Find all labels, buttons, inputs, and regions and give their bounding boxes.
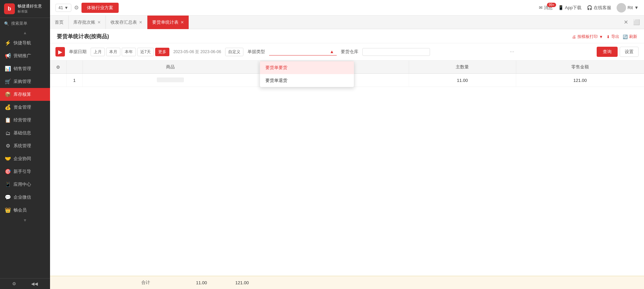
print-icon: 🖨 [572, 35, 576, 39]
sidebar-item-label: 资金管理 [14, 104, 31, 110]
user-menu[interactable]: Rit ▼ [617, 3, 639, 13]
type-dropdown: 要货单要货 要货单退货 [260, 61, 354, 87]
date-btn-7days[interactable]: 近7天 [137, 48, 154, 56]
sidebar-item-label: 系统管理 [14, 143, 31, 149]
page-header: 要货单统计表(按商品) 🖨 按模板打印 ▼ ⬇ 导出 🔄 刷新 [50, 29, 644, 43]
date-custom-btn[interactable]: 自定义 [225, 48, 243, 56]
warehouse-select-box[interactable] [362, 48, 430, 56]
company-value: 41 [58, 5, 63, 10]
avatar [617, 3, 626, 13]
th-product: 商品 [82, 61, 258, 74]
sidebar-item-app-center[interactable]: 📱 应用中心 [0, 178, 50, 191]
export-btn[interactable]: ⬇ 导出 [606, 34, 619, 40]
sidebar-item-purchase[interactable]: 🛒 采购管理 [0, 75, 50, 88]
app-center-icon: 📱 [5, 181, 11, 187]
footer-quantity: 11.00 [181, 280, 222, 285]
warehouse-value [365, 49, 395, 54]
dropdown-item-requisition-return[interactable]: 要货单退货 [260, 74, 354, 87]
sidebar-item-guide[interactable]: 🎯 新手引导 [0, 165, 50, 178]
refresh-btn[interactable]: 🔄 刷新 [623, 34, 637, 40]
date-btn-last-month[interactable]: 上月 [91, 48, 105, 56]
type-chevron-up-icon: ▲ [330, 49, 334, 54]
product-placeholder [157, 77, 184, 82]
cell-quantity: 11.00 [409, 74, 516, 87]
date-btn-this-year[interactable]: 本年 [122, 48, 136, 56]
settings-btn[interactable]: ⚙ [12, 281, 16, 286]
sidebar-item-member[interactable]: 👑 畅会员 [0, 204, 50, 217]
topbar: 41 ▼ ⚙ 体验行业方案 ✉ 消息 99+ 📱 App下载 🎧 在线客服 R [50, 0, 644, 16]
date-btn-this-month[interactable]: 本月 [106, 48, 120, 56]
collapse-btn[interactable]: ◀◀ [31, 281, 38, 286]
sidebar-bottom: ⚙ ◀◀ [0, 278, 50, 289]
filter-expand-btn[interactable]: ▶ [55, 47, 65, 57]
sidebar-scroll-down[interactable]: ▼ [0, 217, 50, 224]
type-select-box[interactable]: ▲ [269, 48, 337, 55]
filter-more-btn[interactable]: ··· [510, 49, 514, 55]
collapse-icon: ◀◀ [31, 281, 38, 286]
trial-btn[interactable]: 体验行业方案 [81, 3, 119, 13]
tab-home[interactable]: 首页 [50, 16, 69, 29]
table-footer: 合计 11.00 121.00 [50, 276, 644, 289]
tabs-restore-btn[interactable]: ⬜ [632, 18, 641, 27]
sidebar-item-finance[interactable]: 💰 资金管理 [0, 101, 50, 114]
print-btn[interactable]: 🖨 按模板打印 ▼ [572, 34, 603, 40]
sidebar-item-enterprise[interactable]: 🤝 企业协同 [0, 152, 50, 165]
messages-btn[interactable]: ✉ 消息 99+ [539, 5, 553, 11]
sidebar-scroll-up[interactable]: ▲ [0, 29, 50, 37]
table-container: ⚙ 商品 主计量单位 主数量 零售金额 1 [50, 61, 644, 276]
tab-close-icon[interactable]: ✕ [97, 20, 101, 25]
query-btn[interactable]: 查询 [597, 47, 618, 57]
settings-icon: ⚙ [12, 281, 16, 286]
tab-close-icon[interactable]: ✕ [139, 20, 142, 25]
sidebar-item-quick-nav[interactable]: ⚡ 快捷导航 [0, 37, 50, 49]
enterprise-icon: 🤝 [5, 156, 11, 162]
th-settings[interactable]: ⚙ [50, 61, 66, 74]
th-quantity: 主数量 [409, 61, 516, 74]
app-sub: 标准版 [18, 9, 42, 14]
guide-icon: 🎯 [5, 169, 11, 175]
sidebar-item-basic[interactable]: 🗂 基础信息 [0, 127, 50, 139]
sidebar-item-label: 采购管理 [14, 79, 31, 85]
system-icon: ⚙ [5, 143, 11, 149]
messages-badge: 99+ [547, 3, 556, 7]
type-select-value [272, 49, 301, 54]
topbar-gear-icon[interactable]: ⚙ [74, 4, 79, 11]
sidebar-item-label: 企业微信 [14, 194, 31, 200]
sidebar-item-marketing[interactable]: 📢 营销推广 [0, 49, 50, 62]
tab-close-icon[interactable]: ✕ [181, 20, 184, 25]
app-name: 畅捷通好生意 [18, 4, 42, 9]
sidebar-item-label: 企业协同 [14, 156, 31, 162]
sidebar-item-sales[interactable]: 📊 销售管理 [0, 62, 50, 75]
marketing-icon: 📢 [5, 53, 11, 59]
date-btn-more[interactable]: 更多 [155, 48, 169, 56]
sidebar-item-inventory[interactable]: 📦 库存核算 [0, 88, 50, 101]
sidebar-item-label: 快捷导航 [14, 40, 31, 46]
tab-inventory-batch[interactable]: 库存批次账 ✕ [69, 16, 106, 29]
sidebar-item-label: 经营管理 [14, 117, 31, 123]
tabs-close-btn[interactable]: ✕ [621, 18, 630, 27]
sidebar-item-label: 新手引导 [14, 169, 31, 175]
sidebar-item-wechat[interactable]: 💬 企业微信 [0, 191, 50, 204]
print-chevron-icon: ▼ [599, 35, 603, 39]
tab-requisition-stat[interactable]: 要货单统计表 ✕ [147, 16, 189, 29]
basic-icon: 🗂 [5, 130, 11, 136]
online-service-label: 在线客服 [594, 5, 611, 11]
filter-right-actions: 查询 设置 [594, 47, 639, 57]
tab-receivable-summary[interactable]: 收发存汇总表 ✕ [106, 16, 147, 29]
app-download-label: App下载 [565, 5, 581, 11]
tab-label: 收发存汇总表 [111, 19, 137, 25]
app-logo: b 畅捷通好生意 标准版 [0, 0, 50, 18]
sidebar-item-operations[interactable]: 📋 经营管理 [0, 114, 50, 127]
online-service-btn[interactable]: 🎧 在线客服 [587, 5, 611, 11]
selector-chevron-icon: ▼ [64, 5, 68, 10]
page-content: 要货单统计表(按商品) 🖨 按模板打印 ▼ ⬇ 导出 🔄 刷新 ▶ [50, 29, 644, 289]
dropdown-item-requisition-order[interactable]: 要货单要货 [260, 61, 354, 74]
app-download-btn[interactable]: 📱 App下载 [558, 5, 581, 11]
sidebar-item-system[interactable]: ⚙ 系统管理 [0, 139, 50, 152]
sidebar-item-label: 营销推广 [14, 53, 31, 59]
company-selector[interactable]: 41 ▼ [55, 4, 71, 12]
date-range-display: 2023-05-06 至 2023-06-06 [173, 49, 221, 55]
search-menu[interactable]: 🔍 搜索菜单 [0, 18, 50, 29]
print-label: 按模板打印 [577, 34, 598, 40]
set-btn[interactable]: 设置 [620, 47, 639, 57]
